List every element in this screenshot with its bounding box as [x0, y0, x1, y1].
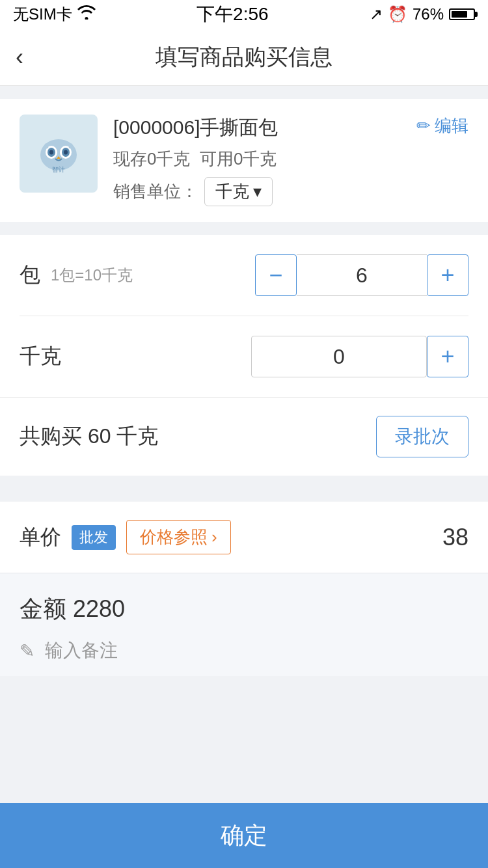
alarm-icon: ⏰: [388, 5, 407, 23]
pack-label: 包 1包=10千克: [20, 261, 133, 290]
svg-point-5: [49, 150, 53, 155]
kg-quantity-input[interactable]: [251, 336, 427, 377]
product-name: [0000006]手撕面包: [113, 115, 401, 141]
pack-qty-control: − +: [255, 254, 468, 296]
product-card: 智计 [0000006]手撕面包 现存0千克 可用0千克 销售单位： 千克 ▾ …: [0, 99, 488, 222]
price-section: 单价 批发 价格参照 › 38: [0, 502, 488, 573]
confirm-button[interactable]: 确定: [0, 803, 488, 868]
remark-row[interactable]: ✎ 输入备注: [20, 638, 468, 663]
status-bar: 无SIM卡 下午2:56 ↗ ⏰ 76%: [0, 0, 488, 29]
product-owl-icon: 智计: [36, 134, 81, 173]
svg-text:智计: 智计: [52, 166, 65, 173]
svg-point-6: [64, 150, 68, 155]
kg-label: 千克: [20, 342, 61, 371]
total-row: 共购买 60 千克 录批次: [0, 398, 488, 476]
product-info: [0000006]手撕面包 现存0千克 可用0千克 销售单位： 千克 ▾: [113, 115, 401, 206]
kg-input-row: 千克 +: [20, 316, 468, 397]
section-divider-1: [0, 222, 488, 235]
pencil-icon: ✎: [20, 640, 34, 662]
page-title: 填写商品购买信息: [156, 42, 332, 72]
location-icon: ↗: [370, 5, 383, 23]
battery-percent: 76%: [413, 5, 444, 23]
pack-decrease-button[interactable]: −: [255, 254, 297, 296]
quantity-section: 包 1包=10千克 − + 千克 +: [0, 235, 488, 397]
product-card-right: ✏ 编辑: [416, 115, 468, 137]
back-button[interactable]: ‹: [16, 44, 23, 71]
amount-section: 金额 2280 ✎ 输入备注: [0, 574, 488, 676]
total-text: 共购买 60 千克: [20, 422, 158, 451]
price-row: 单价 批发 价格参照 › 38: [20, 520, 468, 554]
amount-row: 金额 2280: [20, 593, 468, 625]
amount-label: 金额: [20, 595, 66, 622]
unit-select[interactable]: 千克 ▾: [204, 177, 273, 206]
product-stock: 现存0千克 可用0千克: [113, 148, 401, 170]
battery-icon: [449, 8, 475, 20]
status-right: ↗ ⏰ 76%: [370, 5, 475, 23]
price-tag: 批发: [72, 525, 116, 550]
pack-increase-button[interactable]: +: [427, 254, 468, 296]
kg-increase-button[interactable]: +: [427, 336, 468, 377]
dropdown-arrow-icon: ▾: [253, 182, 262, 202]
carrier-text: 无SIM卡: [13, 4, 72, 25]
remark-placeholder: 输入备注: [45, 638, 118, 663]
product-unit-row: 销售单位： 千克 ▾: [113, 177, 401, 206]
pack-quantity-input[interactable]: [297, 254, 427, 296]
amount-number: 2280: [73, 595, 125, 622]
batch-button[interactable]: 录批次: [376, 416, 468, 457]
kg-qty-control: +: [251, 336, 468, 377]
pack-input-row: 包 1包=10千克 − +: [20, 235, 468, 316]
section-divider-2: [0, 476, 488, 489]
price-left: 单价 批发 价格参照 ›: [20, 520, 231, 554]
edit-button[interactable]: ✏ 编辑: [416, 115, 468, 137]
wifi-icon: [77, 5, 96, 23]
edit-icon: ✏: [416, 116, 431, 136]
price-label: 单价: [20, 523, 61, 552]
product-image: 智计: [20, 115, 98, 193]
price-value: 38: [442, 524, 468, 551]
nav-bar: ‹ 填写商品购买信息: [0, 29, 488, 86]
price-ref-button[interactable]: 价格参照 ›: [126, 520, 231, 554]
time-display: 下午2:56: [197, 2, 269, 27]
battery-fill: [452, 11, 467, 18]
pack-sub-label: 1包=10千克: [51, 265, 133, 286]
price-ref-arrow-icon: ›: [211, 527, 217, 547]
status-left: 无SIM卡: [13, 4, 96, 25]
